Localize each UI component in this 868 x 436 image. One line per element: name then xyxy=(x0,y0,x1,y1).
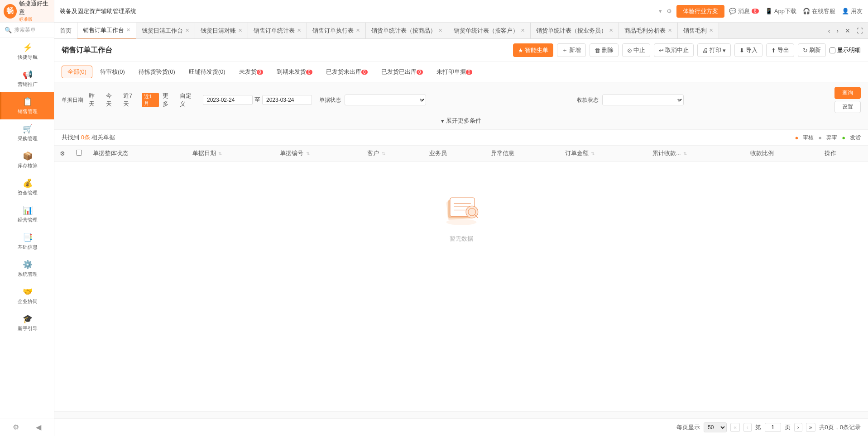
tab-close-sales-workbench[interactable]: ✕ xyxy=(126,27,130,33)
filter-tab-shipped-not-out[interactable]: 已发货未出库0 xyxy=(320,66,374,78)
tab-close-sales-exec[interactable]: ✕ xyxy=(356,28,360,33)
last7-btn[interactable]: 近7天 xyxy=(121,91,140,109)
filter-tab-not-shipped[interactable]: 未发货0 xyxy=(233,66,269,78)
tab-sales-stats[interactable]: 销售订单统计表 ✕ xyxy=(248,23,307,39)
tab-close-summary-customer[interactable]: ✕ xyxy=(521,28,525,33)
sidebar-item-sales[interactable]: 📋 销售管理 xyxy=(0,92,54,119)
sidebar-item-basic-info[interactable]: 📑 基础信息 xyxy=(0,228,54,255)
collapse-btn[interactable]: ◀ xyxy=(36,423,41,431)
collected-sort-icon[interactable]: ⇅ xyxy=(683,151,687,156)
tab-close-sales-stats[interactable]: ✕ xyxy=(297,28,301,33)
col-number[interactable]: 单据编号 ⇅ xyxy=(274,146,362,161)
sidebar-item-finance[interactable]: 💰 资金管理 xyxy=(0,174,54,201)
tab-close-cash-daily[interactable]: ✕ xyxy=(185,28,189,33)
sidebar-item-marketing[interactable]: 📢 营销推广 xyxy=(0,65,54,92)
last-month-btn[interactable]: 近1月 xyxy=(142,93,159,107)
show-detail-checkbox[interactable] xyxy=(830,47,835,53)
last-page-btn[interactable]: » xyxy=(806,423,815,432)
tab-cash-reconcile[interactable]: 钱货日清对账 ✕ xyxy=(195,23,248,39)
amount-sort-icon[interactable]: ⇅ xyxy=(591,151,595,156)
horizontal-scroll[interactable] xyxy=(54,411,868,418)
delete-button[interactable]: 🗑 删除 xyxy=(590,43,619,57)
settings-bottom-btn[interactable]: ⚙ xyxy=(13,423,19,431)
sidebar-item-system[interactable]: ⚙️ 系统管理 xyxy=(0,255,54,282)
message-action[interactable]: 💬 消息 6 xyxy=(729,7,759,15)
custom-date-btn[interactable]: 自定义 xyxy=(178,91,199,109)
page-input[interactable] xyxy=(765,423,781,432)
filter-tab-not-printed[interactable]: 未打印单据0 xyxy=(431,66,478,78)
topbar-settings-icon[interactable]: ⚙ xyxy=(667,8,672,14)
filter-tab-pending-review[interactable]: 待审核(0) xyxy=(94,66,131,78)
user-action[interactable]: 👤 用友 xyxy=(842,7,863,15)
batch-review-btn[interactable]: 审核 xyxy=(803,134,814,142)
import-button[interactable]: ⬇ 导入 xyxy=(734,43,762,57)
batch-cancel-btn[interactable]: 弃审 xyxy=(826,134,837,142)
trial-button[interactable]: 体验行业方案 xyxy=(676,5,724,18)
tab-prev-btn[interactable]: ‹ xyxy=(826,26,833,35)
yesterday-btn[interactable]: 昨天 xyxy=(87,91,102,109)
tab-close-cash-reconcile[interactable]: ✕ xyxy=(238,28,242,33)
sidebar-item-purchase[interactable]: 🛒 采购管理 xyxy=(0,119,54,147)
page-size-select[interactable]: 50 10 20 100 xyxy=(704,422,727,432)
col-customer[interactable]: 客户 ⇅ xyxy=(362,146,424,161)
app-download-action[interactable]: 📱 App下载 xyxy=(765,7,796,15)
tab-close-product-margin[interactable]: ✕ xyxy=(668,28,672,33)
status-select[interactable] xyxy=(345,95,426,105)
number-sort-icon[interactable]: ⇅ xyxy=(306,151,310,156)
export-button[interactable]: ⬆ 导出 xyxy=(766,43,794,57)
tab-sales-summary-staff[interactable]: 销货单统计表（按业务员） ✕ xyxy=(531,23,619,39)
prev-page-btn[interactable]: ‹ xyxy=(743,423,752,432)
tab-close-all-btn[interactable]: ✕ xyxy=(843,26,853,35)
topbar-dropdown-icon[interactable]: ▾ xyxy=(659,8,662,14)
tab-product-margin[interactable]: 商品毛利分析表 ✕ xyxy=(619,23,678,39)
sidebar-search[interactable]: 🔍 搜索菜单 xyxy=(0,23,54,38)
tab-next-btn[interactable]: › xyxy=(834,26,841,35)
filter-tab-all[interactable]: 全部(0) xyxy=(62,66,92,78)
sidebar-item-enterprise[interactable]: 🤝 企业协同 xyxy=(0,282,54,309)
tab-close-summary-product[interactable]: ✕ xyxy=(438,28,442,33)
tab-fullscreen-btn[interactable]: ⛶ xyxy=(854,26,865,35)
tab-close-summary-staff[interactable]: ✕ xyxy=(609,28,613,33)
stop-button[interactable]: ⊘ 中止 xyxy=(622,43,650,57)
smart-create-button[interactable]: ★ 智能生单 xyxy=(513,43,553,57)
add-button[interactable]: ＋ 新增 xyxy=(557,43,586,57)
settings-icon[interactable]: ⚙ xyxy=(60,150,65,157)
expand-conditions-btn[interactable]: ▾ 展开更多条件 xyxy=(441,117,481,125)
col-checkbox[interactable] xyxy=(71,146,87,161)
next-page-btn[interactable]: › xyxy=(794,423,802,432)
tab-home[interactable]: 首页 xyxy=(54,23,77,39)
sidebar-item-guide[interactable]: 🎓 新手引导 xyxy=(0,309,54,336)
customer-sort-icon[interactable]: ⇅ xyxy=(382,151,385,156)
date-sort-icon[interactable]: ⇅ xyxy=(218,151,222,156)
service-action[interactable]: 🎧 在线客服 xyxy=(803,7,835,15)
filter-tab-overdue[interactable]: 到期未发货0 xyxy=(271,66,318,78)
filter-tab-pending-inspection[interactable]: 待拣货验货(0) xyxy=(133,66,181,78)
tab-sales-profit[interactable]: 销售毛利 ✕ xyxy=(678,23,719,39)
tab-cash-daily[interactable]: 钱货日清工作台 ✕ xyxy=(136,23,195,39)
query-button[interactable]: 查询 xyxy=(834,87,861,99)
today-btn[interactable]: 今天 xyxy=(104,91,120,109)
payment-select[interactable] xyxy=(602,95,684,105)
col-amount[interactable]: 订单金额 ⇅ xyxy=(560,146,647,161)
tab-sales-summary-customer[interactable]: 销货单统计表（按客户） ✕ xyxy=(448,23,531,39)
tab-close-sales-profit[interactable]: ✕ xyxy=(709,28,713,33)
first-page-btn[interactable]: « xyxy=(730,423,740,432)
filter-tab-wangpu[interactable]: 旺铺待发货(0) xyxy=(183,66,231,78)
sidebar-item-inventory[interactable]: 📦 库存核算 xyxy=(0,147,54,174)
batch-ship-btn[interactable]: 发货 xyxy=(850,134,861,142)
show-detail-checkbox-wrapper[interactable]: 显示明细 xyxy=(830,46,861,54)
cancel-stop-button[interactable]: ↩ 取消中止 xyxy=(654,43,694,57)
tab-sales-workbench[interactable]: 销售订单工作台 ✕ xyxy=(77,23,136,39)
filter-tab-shipped-out[interactable]: 已发货已出库0 xyxy=(375,66,429,78)
sidebar-item-operations[interactable]: 📊 经营管理 xyxy=(0,201,54,228)
sidebar-item-quick-nav[interactable]: ⚡ 快捷导航 xyxy=(0,38,54,65)
col-date[interactable]: 单据日期 ⇅ xyxy=(187,146,274,161)
refresh-button[interactable]: ↻ 刷新 xyxy=(798,43,826,57)
settings-button[interactable]: 设置 xyxy=(834,101,861,113)
col-collected[interactable]: 累计收款... ⇅ xyxy=(647,146,745,161)
tab-sales-summary-product[interactable]: 销货单统计表（按商品） ✕ xyxy=(366,23,448,39)
select-all-checkbox[interactable] xyxy=(76,150,82,156)
more-date-btn[interactable]: 更多 xyxy=(161,91,176,109)
tab-sales-exec[interactable]: 销售订单执行表 ✕ xyxy=(307,23,366,39)
print-button[interactable]: 🖨 打印 ▾ xyxy=(697,43,731,57)
